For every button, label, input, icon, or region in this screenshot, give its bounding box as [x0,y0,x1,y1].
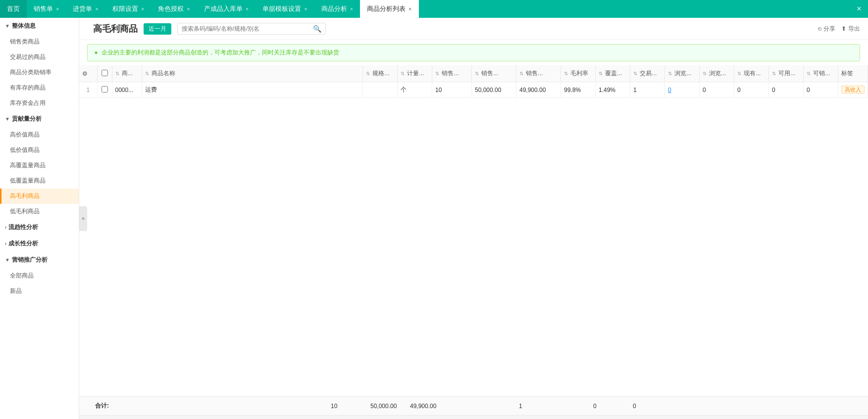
row-sales-gross: 49,900.00 [516,82,561,98]
sidebar-item-traded-goods[interactable]: 交易过的商品 [0,49,79,65]
search-input[interactable] [182,25,313,32]
col-sales-amount: ⇅ 销售... [472,65,516,82]
section-arrow-marketing: ▼ [5,257,10,263]
nav-product-analysis-list[interactable]: 商品分析列表 × [360,0,418,18]
data-table: ⚙ ⇅ 商... ⇅ 商品名称 [79,65,868,98]
sidebar-item-high-value[interactable]: 高价值商品 [0,127,79,142]
sort-icon-sales-gross[interactable]: ⇅ [519,71,523,76]
nav-products-inbound[interactable]: 产成品入库单 × [197,0,255,18]
nav-template-settings[interactable]: 单据模板设置 × [255,0,314,18]
nav-close-all-button[interactable]: × [850,0,868,18]
nav-roles-close[interactable]: × [187,6,190,12]
export-icon: ⬆ [841,25,846,32]
sidebar-item-in-stock[interactable]: 有库存的商品 [0,80,79,95]
footer-totals: 合计: 10 50,000.00 49,900.00 1 0 0 [79,396,868,415]
row-unit: 个 [398,82,432,98]
sidebar-item-sales-goods[interactable]: 销售类商品 [0,34,79,49]
col-transaction: ⇅ 交易... [630,65,665,82]
sort-icon-browse2[interactable]: ⇅ [703,71,707,76]
section-arrow-flow: › [5,225,6,230]
footer-current-stock: 0 [630,403,669,410]
main-layout: ▼ 整体信息 销售类商品 交易过的商品 商品分类助销率 有库存的商品 库存资金占… [0,18,868,419]
sort-icon-browse1[interactable]: ⇅ [668,71,672,76]
nav-purchase[interactable]: 进货单 × [66,0,105,18]
time-filter-button[interactable]: 近一月 [144,23,171,35]
sidebar-item-stock-capital[interactable]: 库存资金占用 [0,95,79,111]
col-saleable-stock: ⇅ 可销... [804,65,838,82]
nav-permissions-close[interactable]: × [141,6,144,12]
export-button[interactable]: ⬆ 导出 [841,25,860,33]
row-select-checkbox[interactable] [102,86,108,93]
nav-sales-close[interactable]: × [56,6,59,12]
nav-products-inbound-close[interactable]: × [246,6,249,12]
sort-icon-transaction[interactable]: ⇅ [633,71,637,76]
sidebar-item-high-margin[interactable]: 高毛利商品 [0,188,79,204]
row-coverage: 1.49% [596,82,630,98]
footer-sales-qty: 10 [328,403,367,410]
row-browse1[interactable]: 0 [665,82,700,98]
col-name: ⇅ 商品名称 [142,65,363,82]
share-button[interactable]: ⎋ 分享 [818,25,835,33]
sort-icon-gross-rate[interactable]: ⇅ [564,71,568,76]
horizontal-scrollbar[interactable] [79,415,868,419]
row-spec [363,82,398,98]
nav-template-close[interactable]: × [304,6,307,12]
sort-icon-code[interactable]: ⇅ [115,71,119,76]
top-nav: 首页 销售单 × 进货单 × 权限设置 × 角色授权 × 产成品入库单 × 单据… [0,0,868,18]
sort-icon-current-stock[interactable]: ⇅ [737,71,741,76]
sort-icon-spec[interactable]: ⇅ [366,71,370,76]
sidebar: ▼ 整体信息 销售类商品 交易过的商品 商品分类助销率 有库存的商品 库存资金占… [0,18,79,419]
col-settings[interactable]: ⚙ [79,65,97,82]
search-box: 🔍 [177,23,326,35]
footer-sales-gross: 49,900.00 [407,403,447,410]
sidebar-item-category-rate[interactable]: 商品分类助销率 [0,65,79,80]
sort-icon-name[interactable]: ⇅ [145,71,149,76]
sidebar-item-new-goods[interactable]: 新品 [0,283,79,299]
sidebar-collapse-button[interactable]: « [79,206,87,231]
nav-product-analysis-list-close[interactable]: × [408,6,411,12]
sidebar-item-low-value[interactable]: 低价值商品 [0,142,79,158]
info-icon: ✦ [94,49,99,56]
sidebar-section-overall[interactable]: ▼ 整体信息 [0,18,79,34]
sort-icon-available-stock[interactable]: ⇅ [772,71,776,76]
sidebar-section-flow[interactable]: › 流趋性分析 [0,219,79,235]
row-gross-rate: 99.8% [561,82,596,98]
share-icon: ⎋ [818,25,821,32]
sidebar-section-marketing[interactable]: ▼ 营销推广分析 [0,252,79,268]
row-sales-amount: 50,000.00 [472,82,516,98]
row-transaction: 1 [630,82,665,98]
sort-icon-saleable-stock[interactable]: ⇅ [807,71,811,76]
col-spec: ⇅ 规格... [363,65,398,82]
sort-icon-sales-amount[interactable]: ⇅ [475,71,479,76]
sidebar-item-all-goods[interactable]: 全部商品 [0,268,79,283]
row-tag: 高收入 [838,82,868,98]
sidebar-section-contribution[interactable]: ▼ 贡献量分析 [0,111,79,127]
nav-sales[interactable]: 销售单 × [27,0,66,18]
nav-product-analysis-close[interactable]: × [350,6,353,12]
nav-roles[interactable]: 角色授权 × [151,0,197,18]
select-all-checkbox[interactable] [102,70,108,76]
footer-transaction: 1 [516,403,556,410]
nav-product-analysis[interactable]: 商品分析 × [314,0,360,18]
content-header: 高毛利商品 近一月 🔍 ⎋ 分享 ⬆ 导出 [79,18,868,40]
settings-icon[interactable]: ⚙ [82,70,88,77]
sidebar-item-low-margin[interactable]: 低毛利商品 [0,204,79,219]
nav-home[interactable]: 首页 [0,0,27,18]
sort-icon-unit[interactable]: ⇅ [401,71,405,76]
nav-purchase-close[interactable]: × [95,6,98,12]
sidebar-item-high-coverage[interactable]: 高覆盖量商品 [0,158,79,173]
search-icon[interactable]: 🔍 [313,25,321,33]
nav-permissions[interactable]: 权限设置 × [105,0,151,18]
section-arrow-growth: › [5,241,6,246]
footer-sales-amount: 50,000.00 [367,403,407,410]
table-header-row: ⚙ ⇅ 商... ⇅ 商品名称 [79,65,868,82]
col-current-stock: ⇅ 现有... [734,65,769,82]
row-saleable-stock: 0 [804,82,838,98]
section-arrow-overall: ▼ [5,23,10,29]
sidebar-item-low-coverage[interactable]: 低覆盖量商品 [0,173,79,188]
sidebar-section-growth[interactable]: › 成长性分析 [0,235,79,252]
sort-icon-coverage[interactable]: ⇅ [599,71,603,76]
sort-icon-sales-qty[interactable]: ⇅ [435,71,439,76]
row-sales-qty: 10 [432,82,472,98]
section-arrow-contribution: ▼ [5,116,10,122]
